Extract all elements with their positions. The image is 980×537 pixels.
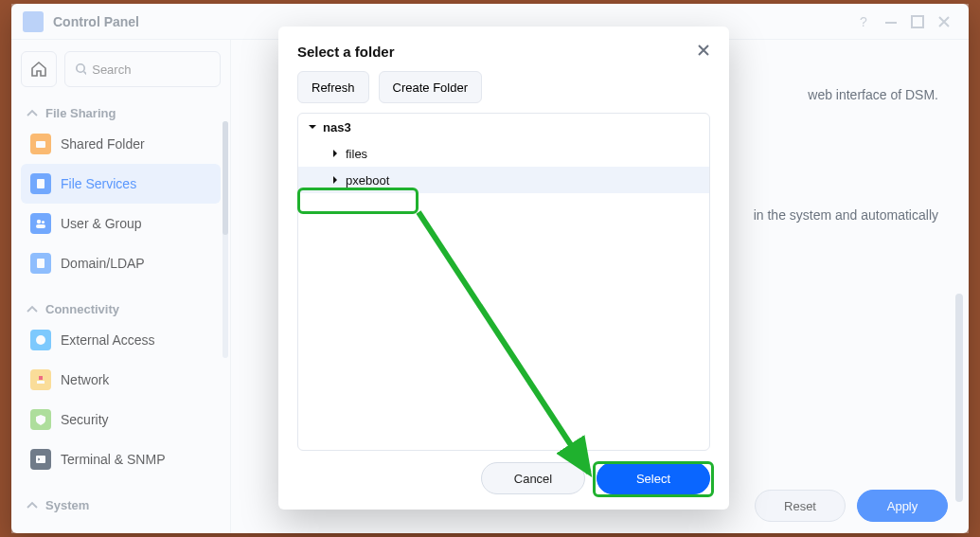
close-icon [697, 44, 710, 57]
modal-title: Select a folder [297, 44, 710, 60]
tree-root-node[interactable]: nas3 [298, 114, 709, 140]
caret-down-icon [308, 122, 317, 132]
cancel-button[interactable]: Cancel [481, 462, 585, 494]
modal-footer: Cancel Select [297, 462, 710, 494]
modal-close-button[interactable] [691, 38, 716, 63]
select-button[interactable]: Select [597, 462, 710, 494]
folder-tree: nas3 files pxeboot [297, 113, 710, 451]
create-folder-button[interactable]: Create Folder [379, 71, 482, 103]
select-folder-modal: Select a folder Refresh Create Folder na… [278, 27, 729, 510]
tree-node-label: nas3 [323, 120, 351, 134]
refresh-button[interactable]: Refresh [297, 71, 369, 103]
tree-node-label: pxeboot [346, 173, 389, 188]
tree-node-files[interactable]: files [298, 140, 709, 167]
caret-right-icon [330, 175, 340, 185]
control-panel-window: Control Panel ? [11, 4, 969, 533]
modal-toolbar: Refresh Create Folder [297, 71, 710, 103]
caret-right-icon [330, 149, 340, 158]
tree-node-pxeboot[interactable]: pxeboot [298, 167, 709, 193]
tree-node-label: files [346, 147, 367, 161]
